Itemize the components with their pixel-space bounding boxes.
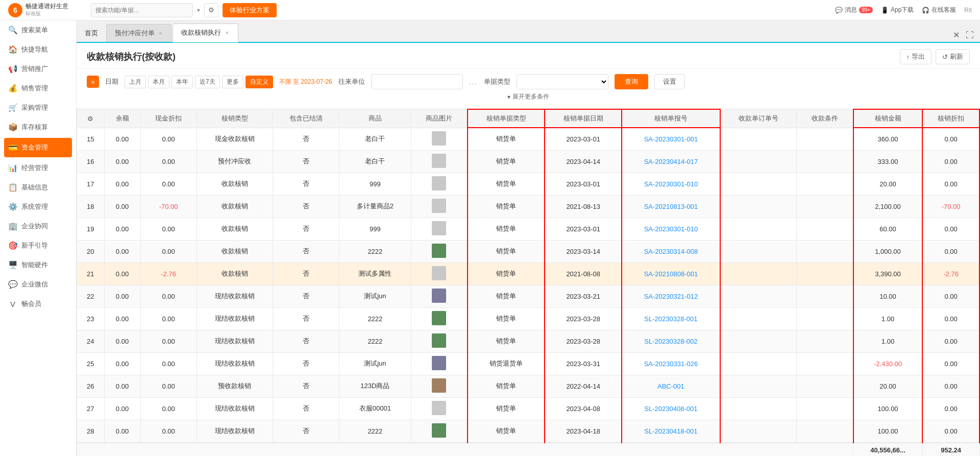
- close-tab-button[interactable]: ✕: [951, 28, 962, 42]
- cell-writeoff-bill-no: SA-20230414-017: [622, 150, 720, 173]
- cell-writeoff-type: 现结收款核销: [197, 330, 273, 352]
- bill-no-link[interactable]: SL-20230328-002: [644, 338, 697, 345]
- hardware-icon: 🖥️: [8, 260, 17, 270]
- bill-no-link[interactable]: ABC-001: [657, 382, 684, 390]
- source-label: 往来单位: [338, 77, 365, 86]
- sidebar-item-marketing[interactable]: 📢 营销推广: [0, 59, 76, 79]
- cell-balance: 0.00: [104, 285, 140, 307]
- bill-no-link[interactable]: SA-20230301-001: [644, 135, 698, 143]
- cell-writeoff-bill-no: SA-20230301-010: [622, 173, 720, 195]
- sidebar-item-vip[interactable]: V 畅会员: [0, 294, 76, 314]
- cell-receipt-condition: [797, 330, 853, 352]
- sidebar-item-operation[interactable]: 📊 经营管理: [0, 158, 76, 178]
- tab-home[interactable]: 首页: [77, 25, 106, 42]
- filter-expand-button[interactable]: »: [87, 76, 99, 88]
- sidebar-item-inventory[interactable]: 📦 库存核算: [0, 117, 76, 137]
- date-btn-custom[interactable]: 自定义: [246, 76, 273, 88]
- date-btn-this-month[interactable]: 本月: [148, 76, 169, 88]
- date-btn-last-month[interactable]: 上月: [125, 76, 146, 88]
- date-btn-more[interactable]: 更多: [222, 76, 243, 88]
- sidebar-item-system[interactable]: ⚙️ 系统管理: [0, 197, 76, 217]
- bill-no-link[interactable]: SA-20230314-008: [644, 248, 698, 255]
- cell-included: 否: [273, 307, 339, 330]
- col-included-header: 包含已结清: [273, 109, 339, 128]
- sidebar-item-purchase[interactable]: 🛒 采购管理: [0, 98, 76, 117]
- sidebar-item-hardware[interactable]: 🖥️ 智能硬件: [0, 255, 76, 275]
- sidebar-item-quick[interactable]: 🏠 快捷导航: [0, 40, 76, 59]
- tab-prepayment[interactable]: 预付冲应付单 ×: [106, 24, 172, 42]
- sidebar-item-search[interactable]: 🔍 搜索菜单: [0, 20, 76, 40]
- data-table: ⚙ 余额 现金折扣 核销类型 包含已结清 商品 商品图片 核销单据类型 核销单据…: [77, 109, 980, 456]
- cell-balance: 0.00: [104, 240, 140, 262]
- app-download-button[interactable]: 📱 App下载: [881, 6, 914, 14]
- cell-goods: 999: [339, 218, 411, 240]
- industry-solution-button[interactable]: 体验行业方案: [223, 3, 277, 17]
- cell-goods-img: [411, 218, 468, 240]
- bill-no-link[interactable]: SA-20230414-017: [644, 158, 698, 165]
- cell-writeoff-type: 现金收款核销: [197, 128, 273, 150]
- date-btn-7days[interactable]: 近7天: [195, 76, 220, 88]
- col-settings-header[interactable]: ⚙: [77, 109, 105, 128]
- bill-no-link[interactable]: SA-20210808-001: [644, 270, 698, 278]
- message-button[interactable]: 💬 消息 99+: [835, 6, 873, 14]
- table-row: 17 0.00 0.00 收款核销 否 999 销货单 2023-03-01 S…: [77, 173, 980, 195]
- bill-no-link[interactable]: SL-20230418-001: [644, 427, 697, 435]
- bill-no-link[interactable]: SA-20230331-026: [644, 360, 698, 368]
- system-icon: ⚙️: [8, 202, 17, 211]
- logo-area: 6 畅捷通谱好生意 标推版: [8, 3, 85, 18]
- export-button[interactable]: ↑ 导出: [900, 49, 932, 64]
- footer-empty: [77, 443, 853, 457]
- cell-receipt-order-no: [720, 352, 797, 375]
- sidebar-item-basic[interactable]: 📋 基础信息: [0, 178, 76, 197]
- bill-no-link[interactable]: SL-20230328-001: [644, 315, 697, 323]
- source-input[interactable]: [371, 74, 463, 89]
- cell-writeoff-bill-date: 2023-04-08: [545, 397, 622, 420]
- cell-writeoff-bill-type: 销货单: [468, 285, 545, 307]
- online-service-button[interactable]: 🎧 在线客服: [922, 6, 956, 14]
- date-btn-this-year[interactable]: 本年: [172, 76, 193, 88]
- cell-receipt-condition: [797, 307, 853, 330]
- refresh-button[interactable]: ↺ 刷新: [936, 49, 970, 64]
- cell-goods-img: [411, 128, 468, 150]
- cell-writeoff-amount: 1.00: [853, 307, 922, 330]
- bill-no-link[interactable]: SA-20230301-010: [644, 225, 698, 233]
- tab-close-prepayment[interactable]: ×: [158, 29, 163, 37]
- type-select[interactable]: [517, 74, 608, 89]
- cell-writeoff-discount: 0.00: [922, 173, 979, 195]
- sidebar-item-wechat[interactable]: 💬 企业微信: [0, 275, 76, 294]
- cell-num: 17: [77, 173, 105, 195]
- bill-no-link[interactable]: SA-20230301-010: [644, 180, 698, 188]
- sidebar-item-newbie[interactable]: 🎯 新手引导: [0, 236, 76, 255]
- cell-writeoff-discount: 0.00: [922, 307, 979, 330]
- col-goods-header: 商品: [339, 109, 411, 128]
- tab-close-writeoff[interactable]: ×: [224, 29, 229, 37]
- cell-writeoff-bill-type: 销货单: [468, 150, 545, 173]
- date-buttons: 上月 本月 本年 近7天 更多 自定义: [125, 76, 273, 88]
- cell-writeoff-bill-date: 2022-04-14: [545, 375, 622, 397]
- expand-more-button[interactable]: ▾ 展开更多条件: [507, 92, 549, 101]
- setting-button[interactable]: 设置: [654, 74, 685, 89]
- bill-no-link[interactable]: SA-20230321-012: [644, 293, 698, 300]
- maximize-tab-button[interactable]: ⛶: [964, 29, 976, 42]
- type-label: 单据类型: [484, 77, 510, 86]
- table-row: 23 0.00 0.00 现结收款核销 否 2222 销货单 2023-03-2…: [77, 307, 980, 330]
- cell-num: 19: [77, 218, 105, 240]
- cell-goods: 老白干: [339, 150, 411, 173]
- cell-writeoff-bill-date: 2023-03-31: [545, 352, 622, 375]
- cell-receipt-order-no: [720, 173, 797, 195]
- query-button[interactable]: 查询: [615, 74, 648, 89]
- tab-writeoff[interactable]: 收款核销执行 ×: [173, 23, 238, 42]
- bill-no-link[interactable]: SA-20210813-001: [644, 203, 698, 210]
- cell-goods-img: [411, 397, 468, 420]
- top-search-input[interactable]: [91, 3, 193, 17]
- cell-included: 否: [273, 352, 339, 375]
- table-header-row: ⚙ 余额 现金折扣 核销类型 包含已结清 商品 商品图片 核销单据类型 核销单据…: [77, 109, 980, 128]
- sidebar-item-sales[interactable]: 💰 销售管理: [0, 79, 76, 98]
- cell-writeoff-type: 现结收款核销: [197, 285, 273, 307]
- gear-button[interactable]: ⚙: [204, 3, 218, 17]
- sidebar: 🔍 搜索菜单 🏠 快捷导航 📢 营销推广 💰 销售管理 🛒 采购管理 📦 库存核…: [0, 20, 77, 456]
- sidebar-item-finance[interactable]: 💳 资金管理: [4, 138, 72, 157]
- sidebar-item-enterprise[interactable]: 🏢 企业协同: [0, 217, 76, 236]
- cell-writeoff-bill-type: 销货单: [468, 195, 545, 218]
- bill-no-link[interactable]: SL-20230408-001: [644, 405, 697, 413]
